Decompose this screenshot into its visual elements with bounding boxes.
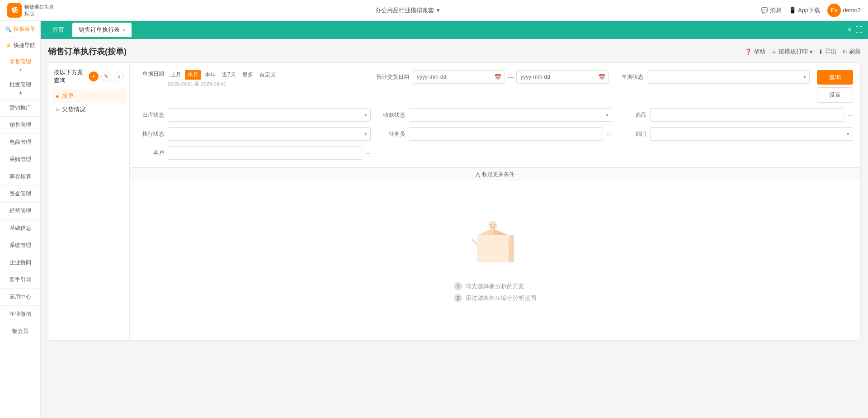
download-icon: 📱	[789, 7, 796, 14]
collapse-bar[interactable]: ⋀ 收起更多条件	[130, 167, 860, 181]
tab-bar: 首页 销售订单执行表 × × ⛶	[41, 21, 868, 39]
exec-status-select-wrap	[168, 127, 371, 141]
sidebar-item-marketing[interactable]: 营销推广	[0, 100, 40, 117]
sidebar-item-system[interactable]: 系统管理	[0, 237, 40, 254]
sidebar-item-ecommerce[interactable]: 电商管理	[0, 134, 40, 151]
collapse-up-icon: ⋀	[476, 171, 480, 178]
window-maximize-icon[interactable]: ⛶	[855, 26, 863, 34]
doc-status-select[interactable]	[647, 70, 810, 84]
tab-close-icon[interactable]: ×	[123, 27, 125, 33]
salesperson-input[interactable]	[409, 127, 603, 141]
date-tab-thismonth[interactable]: 本月	[185, 70, 201, 80]
date-tab-more[interactable]: 更多	[240, 70, 256, 80]
exec-status-select[interactable]	[168, 127, 371, 141]
sidebar-item-operations[interactable]: 经营管理	[0, 203, 40, 220]
calendar-icon[interactable]: 📅	[494, 74, 501, 81]
doc-status-select-wrap	[647, 70, 810, 84]
doc-status-field: 单据状态	[616, 70, 810, 84]
dept-select[interactable]	[650, 127, 853, 141]
sidebar-item-enterprise[interactable]: 企业协同	[0, 254, 40, 271]
empty-tips-list: 1 请先选择要分析的方案 2 用过滤条件来缩小分析范围	[454, 280, 536, 304]
print-icon: 🖨	[771, 48, 777, 55]
app-download-btn[interactable]: 📱 App下载	[789, 6, 820, 14]
doc-date-label: 单据日期	[137, 70, 164, 78]
breadcrumb-arrow-icon[interactable]: ▾	[437, 7, 440, 14]
product-more-icon[interactable]: ···	[848, 111, 853, 119]
refresh-btn[interactable]: ↻ 刷新	[842, 48, 861, 56]
stock-status-select[interactable]	[168, 108, 371, 122]
sidebar-item-sales[interactable]: 销售管理	[0, 117, 40, 134]
sidebar-search[interactable]: 🔍 搜索菜单	[0, 21, 40, 38]
expected-date-end-wrap: 📅	[516, 70, 609, 84]
logo-area: 畅 畅捷通好生意 标版	[7, 3, 54, 18]
edit-scheme-btn[interactable]: ✎	[101, 71, 111, 81]
sidebar-quick-nav[interactable]: ⚡ 快捷导航	[0, 38, 40, 53]
date-tab-lastmonth[interactable]: 上月	[168, 70, 184, 80]
message-btn[interactable]: 💬 消息	[761, 6, 782, 14]
filter-row-4: 客户 ···	[137, 146, 853, 160]
customer-input[interactable]	[168, 146, 362, 160]
expected-date-end[interactable]	[516, 70, 609, 84]
search-icon: 🔍	[5, 26, 12, 33]
sidebar-item-wholesale[interactable]: 批发管理 ▴	[0, 76, 40, 100]
avatar: Ea	[827, 4, 841, 17]
sidebar-item-inventory[interactable]: 库存核算	[0, 168, 40, 185]
sidebar-item-purchase[interactable]: 采购管理	[0, 151, 40, 168]
top-bar-right: 💬 消息 📱 App下载 Ea demo2	[761, 4, 861, 17]
export-btn[interactable]: ⬇ 导出	[818, 48, 837, 56]
salesperson-field: 业务员 ···	[378, 127, 612, 141]
payment-status-select[interactable]	[409, 108, 612, 122]
sidebar-item-retail[interactable]: 零售管理 ▴	[0, 53, 40, 76]
salesperson-label: 业务员	[378, 130, 405, 138]
product-input[interactable]	[650, 108, 844, 122]
calendar-icon-end[interactable]: 📅	[598, 74, 605, 81]
empty-state-svg	[468, 217, 522, 267]
side-filter-header: 按以下方案查询 + ✎ «	[52, 68, 126, 85]
sidebar-item-appstore[interactable]: 应用中心	[0, 289, 40, 306]
sidebar-item-basicinfo[interactable]: 基础信息	[0, 220, 40, 237]
date-tab-7days[interactable]: 近7天	[219, 70, 239, 80]
expected-date-start[interactable]	[413, 70, 505, 84]
date-tab-custom[interactable]: 自定义	[257, 70, 278, 80]
dept-field: 部门	[619, 127, 853, 141]
filter-row-1: 单据日期 上月 本月 本年 近7天 更多 自定义	[137, 70, 853, 103]
sidebar-item-finance[interactable]: 资金管理	[0, 185, 40, 203]
svg-rect-0	[477, 235, 509, 262]
top-bar: 畅 畅捷通好生意 标版 办公用品行业模拟账套 ▾ 💬 消息 📱 App下载 Ea…	[0, 0, 868, 21]
query-button[interactable]: 查询	[817, 70, 853, 85]
help-btn[interactable]: ❓ 帮助	[745, 48, 765, 56]
user-menu-btn[interactable]: Ea demo2	[827, 4, 861, 17]
breadcrumb-text[interactable]: 办公用品行业模拟账套	[375, 6, 434, 14]
print-btn[interactable]: 🖨 按模板打印 ▾	[771, 48, 813, 56]
tip-num-2: 2	[454, 294, 462, 302]
collapse-side-btn[interactable]: «	[114, 71, 124, 81]
tab-sales-order[interactable]: 销售订单执行表 ×	[72, 23, 132, 37]
window-close-icon[interactable]: ×	[848, 26, 852, 34]
sidebar-item-guide[interactable]: 新手引导	[0, 271, 40, 289]
empty-state: 1 请先选择要分析的方案 2 用过滤条件来缩小分析范围	[130, 181, 860, 340]
side-filter-title: 按以下方案查询	[54, 68, 89, 85]
settings-button[interactable]: 设置	[817, 87, 853, 103]
side-filter-panel: 按以下方案查询 + ✎ « ● 按单 ○ 欠货情况	[48, 63, 130, 340]
payment-status-label: 收款状态	[378, 111, 405, 119]
page-header: 销售订单执行表(按单) ❓ 帮助 🖨 按模板打印 ▾ ⬇ 导出	[48, 46, 861, 57]
filter-form: 单据日期 上月 本月 本年 近7天 更多 自定义	[130, 63, 860, 167]
print-arrow-icon: ▾	[810, 48, 813, 55]
salesperson-more-icon[interactable]: ···	[607, 130, 612, 138]
add-scheme-btn[interactable]: +	[89, 71, 99, 81]
date-tab-thisyear[interactable]: 本年	[202, 70, 218, 80]
help-icon: ❓	[745, 48, 752, 55]
customer-more-icon[interactable]: ···	[366, 149, 371, 157]
empty-tip-1: 1 请先选择要分析的方案	[454, 280, 536, 292]
scheme-item-by-order[interactable]: ● 按单	[52, 89, 126, 103]
exec-status-label: 执行状态	[137, 130, 164, 138]
sidebar-item-member[interactable]: 畅会员	[0, 323, 40, 340]
message-icon: 💬	[761, 7, 768, 14]
date-separator: —	[508, 74, 514, 81]
active-dot-icon: ●	[56, 93, 59, 100]
scheme-item-backorder[interactable]: ○ 欠货情况	[52, 103, 126, 116]
tab-home[interactable]: 首页	[46, 23, 71, 37]
date-range-text: 2023-03-01 至 2023-03-31	[168, 81, 278, 87]
sidebar-item-wechat[interactable]: 企业微信	[0, 306, 40, 323]
logo-text: 畅捷通好生意 标版	[24, 4, 54, 17]
